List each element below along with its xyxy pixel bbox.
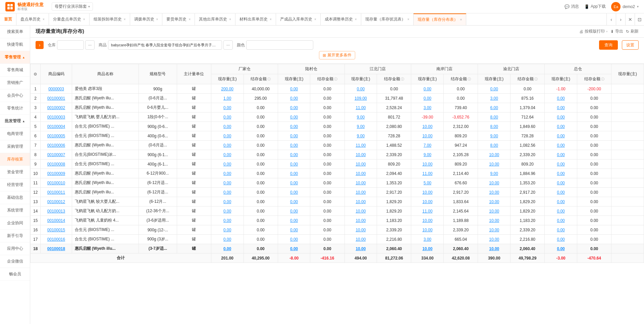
td-na-qty[interactable]: 10.00 bbox=[411, 244, 444, 253]
td-jb-qty[interactable]: 9.00 bbox=[344, 122, 377, 131]
td-zc-qty[interactable]: 0.00 bbox=[545, 244, 577, 253]
td-code[interactable]: 00100008 bbox=[41, 159, 72, 169]
td-yb-qty[interactable]: 8.00 bbox=[478, 112, 511, 122]
td-zc-qty[interactable]: 0.00 bbox=[545, 225, 577, 235]
td-jb-qty[interactable]: 10.00 bbox=[344, 197, 377, 206]
td-zc-qty[interactable]: 0.00 bbox=[545, 169, 577, 178]
sidebar-item-enterprise[interactable]: 企业协同 bbox=[0, 217, 30, 230]
td-na-qty[interactable]: 10.00 bbox=[411, 122, 444, 131]
td-lc-qty[interactable]: 0.00 bbox=[278, 150, 310, 159]
td-code[interactable]: 00100007 bbox=[41, 150, 72, 159]
td-code[interactable]: 00100018 bbox=[41, 244, 72, 253]
td-na-qty[interactable]: 3.00 bbox=[411, 235, 444, 244]
yb-info-icon[interactable]: ⓘ bbox=[534, 77, 538, 81]
td-cj-qty[interactable]: 0.00 bbox=[211, 197, 244, 206]
td-code[interactable]: 00100014 bbox=[41, 216, 72, 225]
td-jb-qty[interactable]: 10.00 bbox=[344, 216, 377, 225]
td-lc-qty[interactable]: 0.00 bbox=[278, 225, 310, 235]
td-cj-qty[interactable]: 1.00 bbox=[211, 94, 244, 103]
sidebar-item-wechat[interactable]: 企业微信 bbox=[0, 255, 30, 268]
td-cj-qty[interactable]: 0.00 bbox=[211, 206, 244, 216]
zc-info-icon[interactable]: ⓘ bbox=[601, 77, 604, 81]
td-cj-qty[interactable]: 0.00 bbox=[211, 103, 244, 112]
td-yb-qty[interactable]: 8.00 bbox=[478, 141, 511, 150]
td-na-qty[interactable]: 10.00 bbox=[411, 131, 444, 141]
td-jb-qty[interactable]: 10.00 bbox=[344, 169, 377, 178]
search-button[interactable]: 查询 bbox=[599, 40, 618, 50]
sidebar-item-wholesale[interactable]: 批发管理 ▲ bbox=[0, 115, 30, 128]
td-yb-qty[interactable]: 6.00 bbox=[478, 103, 511, 112]
td-jb-qty[interactable]: 10.00 bbox=[344, 225, 377, 235]
td-code[interactable]: 00100010 bbox=[41, 178, 72, 188]
td-jb-qty[interactable]: 10.00 bbox=[344, 206, 377, 216]
td-yb-qty[interactable]: 8.00 bbox=[478, 122, 511, 131]
td-yb-qty[interactable]: 10.00 bbox=[478, 244, 511, 253]
td-lc-qty[interactable]: 0.00 bbox=[278, 122, 310, 131]
td-code[interactable]: 00100016 bbox=[41, 235, 72, 244]
td-jb-qty[interactable]: 10.00 bbox=[344, 150, 377, 159]
td-cj-qty[interactable]: 0.00 bbox=[211, 244, 244, 253]
td-na-qty[interactable]: 10.00 bbox=[411, 159, 444, 169]
td-yb-qty[interactable]: 9.00 bbox=[478, 169, 511, 178]
td-jb-qty[interactable]: 9.00 bbox=[344, 131, 377, 141]
td-zc-qty[interactable]: 0.00 bbox=[545, 197, 577, 206]
setting-button[interactable]: 设置 bbox=[622, 40, 639, 50]
td-code[interactable]: 00100001 bbox=[41, 94, 72, 103]
td-na-qty[interactable]: -39.00 bbox=[411, 112, 444, 122]
td-jb-qty[interactable]: 11.00 bbox=[344, 103, 377, 112]
tab-next-btn[interactable]: › bbox=[616, 13, 625, 26]
td-code[interactable]: 00100013 bbox=[41, 206, 72, 216]
user-area[interactable]: Ea demo2 ▾ bbox=[611, 2, 639, 11]
td-cj-qty[interactable]: 0.00 bbox=[211, 141, 244, 150]
td-cj-qty[interactable]: 0.00 bbox=[211, 159, 244, 169]
td-cj-qty[interactable]: 0.00 bbox=[211, 216, 244, 225]
td-code[interactable]: 00100004 bbox=[41, 122, 72, 131]
tab-other_out[interactable]: 其他出库单历史× bbox=[195, 13, 235, 26]
td-na-qty[interactable]: 5.00 bbox=[411, 178, 444, 188]
sidebar-item-inventory[interactable]: 库存核算 bbox=[0, 153, 30, 166]
td-cj-qty[interactable]: 0.00 bbox=[211, 169, 244, 178]
td-na-qty[interactable]: 11.00 bbox=[411, 169, 444, 178]
td-jb-qty[interactable]: 10.00 bbox=[344, 235, 377, 244]
lc-info-icon[interactable]: ⓘ bbox=[334, 77, 337, 81]
td-lc-qty[interactable]: 0.00 bbox=[278, 235, 310, 244]
tab-product_in[interactable]: 产成品入库单历史× bbox=[276, 13, 321, 26]
tab-prev-btn[interactable]: ‹ bbox=[606, 13, 616, 26]
td-zc-qty[interactable]: 0.00 bbox=[545, 188, 577, 197]
td-lc-qty[interactable]: 0.00 bbox=[278, 103, 310, 112]
expand-conditions-btn[interactable]: ⊞ 展开更多条件 bbox=[319, 51, 355, 59]
td-code[interactable]: 00100003 bbox=[41, 112, 72, 122]
export-btn[interactable]: ⬇ 导出 bbox=[610, 29, 623, 34]
td-zc-qty[interactable]: 0.00 bbox=[545, 159, 577, 169]
td-code[interactable]: 00100006 bbox=[41, 141, 72, 150]
color-input[interactable] bbox=[246, 40, 313, 50]
td-cj-qty[interactable]: 0.00 bbox=[211, 131, 244, 141]
tab-close-other_out[interactable]: × bbox=[229, 17, 231, 21]
td-code[interactable]: 00100009 bbox=[41, 169, 72, 178]
td-cj-qty[interactable]: 0.00 bbox=[211, 150, 244, 159]
td-zc-qty[interactable]: 0.00 bbox=[545, 103, 577, 112]
td-na-qty[interactable]: 10.00 bbox=[411, 188, 444, 197]
tab-close-stock_status[interactable]: × bbox=[408, 17, 410, 21]
sidebar-item-member[interactable]: 会员中心 bbox=[0, 89, 30, 102]
gear-icon[interactable]: ⚙ bbox=[34, 72, 37, 77]
warehouse-input[interactable] bbox=[57, 40, 84, 50]
td-na-qty[interactable]: 7.00 bbox=[411, 141, 444, 150]
td-cj-qty[interactable]: 0.00 bbox=[211, 225, 244, 235]
td-zc-qty[interactable]: 0.00 bbox=[545, 206, 577, 216]
td-cj-qty[interactable]: 0.00 bbox=[211, 178, 244, 188]
message-btn[interactable]: 💬 消息 bbox=[565, 4, 579, 9]
td-yb-qty[interactable]: 10.00 bbox=[478, 150, 511, 159]
td-yb-qty[interactable]: 10.00 bbox=[478, 216, 511, 225]
td-lc-qty[interactable]: 0.00 bbox=[278, 216, 310, 225]
tab-close-material_out[interactable]: × bbox=[270, 17, 272, 21]
jb-info-icon[interactable]: ⓘ bbox=[401, 77, 404, 81]
filter-expand-icon[interactable]: › bbox=[36, 41, 44, 49]
tab-stock_dist[interactable]: 现存量（库存分布表）× bbox=[414, 13, 466, 26]
td-jb-qty[interactable]: 10.00 bbox=[344, 159, 377, 169]
td-lc-qty[interactable]: 0.00 bbox=[278, 197, 310, 206]
td-yb-qty[interactable]: 0.00 bbox=[478, 84, 511, 94]
td-jb-qty[interactable]: 109.00 bbox=[344, 94, 377, 103]
na-info-icon[interactable]: ⓘ bbox=[468, 77, 471, 81]
td-jb-qty[interactable]: 9.00 bbox=[344, 112, 377, 122]
